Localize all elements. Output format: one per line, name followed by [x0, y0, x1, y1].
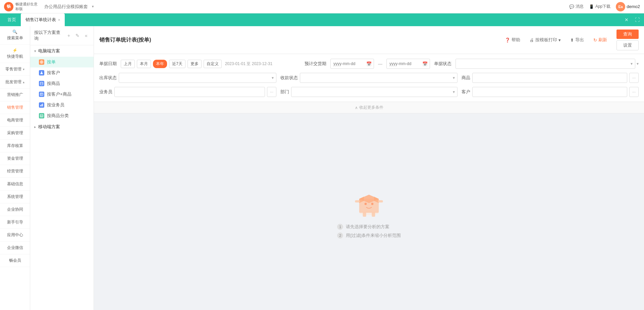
- collapse-panel-btn[interactable]: «: [83, 32, 90, 39]
- sidebar-item-enterprise[interactable]: 企业协同: [0, 203, 30, 216]
- salesman-label: 业务员: [99, 89, 112, 95]
- sidebar-item-newbie[interactable]: 新手引导: [0, 216, 30, 229]
- empty-state: 1 请先选择要分析的方案 2 用[过滤]条件来缩小分析范围: [94, 113, 644, 310]
- newbie-label: 新手引导: [7, 219, 23, 225]
- tip-text-1: 请先选择要分析的方案: [346, 224, 389, 230]
- sidebar-item-finance[interactable]: 资金管理: [0, 152, 30, 165]
- delivery-date-end[interactable]: [386, 59, 430, 69]
- sidebar-item-wholesale[interactable]: 批发管理 ▴: [0, 76, 30, 89]
- sidebar-item-sales[interactable]: 销售管理: [0, 101, 30, 114]
- bill-status-select[interactable]: [455, 59, 635, 69]
- delivery-date-start[interactable]: [330, 59, 374, 69]
- message-action[interactable]: 💬 消息: [569, 4, 584, 9]
- scheme-label-按单: 按单: [47, 59, 56, 65]
- mobile-group-header[interactable]: ▸ 移动端方案: [30, 121, 94, 133]
- scheme-icon-按客户: [39, 70, 44, 75]
- header-right: 💬 消息 📱 App下载 Ea demo2: [569, 2, 640, 11]
- date-btn-more[interactable]: 更多: [187, 60, 202, 68]
- operations-label: 经营管理: [7, 168, 23, 174]
- tab-active[interactable]: 销售订单统计表 ×: [21, 13, 65, 26]
- date-btn-custom[interactable]: 自定义: [204, 60, 222, 68]
- filter-row-3: 业务员 ··· 部门 客户: [99, 87, 639, 97]
- refresh-btn[interactable]: ↻ 刷新: [591, 36, 610, 44]
- print-label: 按模板打印: [535, 37, 557, 43]
- customer-input[interactable]: [472, 87, 627, 97]
- refresh-label: 刷新: [598, 37, 607, 43]
- delivery-status-select[interactable]: [119, 73, 276, 83]
- scheme-item-按商品分类[interactable]: 按商品分类: [30, 110, 94, 121]
- sidebar-item-appstore[interactable]: 应用中心: [0, 229, 30, 242]
- svg-rect-22: [363, 212, 366, 217]
- main-layout: 🔍 搜索菜单 ⚡ 快捷导航 零售管理 ▾ 批发管理 ▴ 营销推广 销售管理 电商…: [0, 26, 644, 310]
- header-dropdown-icon[interactable]: ▾: [92, 4, 94, 9]
- bill-date-label: 单据日期: [99, 61, 117, 67]
- empty-illustration: [352, 185, 386, 218]
- sidebar-item-operations[interactable]: 经营管理: [0, 165, 30, 178]
- app-download-action[interactable]: 📱 App下载: [589, 4, 610, 9]
- scheme-icon-按业务员: [39, 102, 44, 108]
- settings-btn[interactable]: 设置: [616, 40, 639, 50]
- scheme-item-按商品[interactable]: 按商品: [30, 78, 94, 89]
- scheme-label-按业务员: 按业务员: [47, 102, 64, 108]
- tab-home[interactable]: 首页: [3, 13, 21, 26]
- department-select[interactable]: [291, 87, 458, 97]
- edit-scheme-btn[interactable]: ✎: [74, 32, 81, 39]
- svg-rect-11: [40, 114, 43, 117]
- query-btn[interactable]: 查询: [616, 30, 639, 39]
- sidebar-search[interactable]: 🔍 搜索菜单: [0, 26, 30, 45]
- user-area[interactable]: Ea demo2: [616, 2, 640, 11]
- sidebar-item-basic[interactable]: 基础信息: [0, 178, 30, 191]
- payment-status-select[interactable]: [300, 73, 458, 83]
- salesman-ellipsis-btn[interactable]: ···: [267, 87, 276, 97]
- close-window-btn[interactable]: ✕: [623, 16, 631, 24]
- active-tab-label: 销售订单统计表: [25, 17, 56, 23]
- scheme-list: ▾ 电脑端方案 按单 按客户: [30, 45, 94, 310]
- scheme-item-按业务员[interactable]: 按业务员: [30, 100, 94, 110]
- delivery-date-start-wrapper: 📅: [330, 59, 374, 69]
- collapse-bar[interactable]: ∧ 收起更多条件: [94, 102, 644, 113]
- salesman-input[interactable]: [114, 87, 265, 97]
- scheme-icon-按商品: [39, 81, 44, 86]
- scheme-item-按单[interactable]: 按单: [30, 57, 94, 67]
- pc-group-label: 电脑端方案: [38, 48, 60, 54]
- goods-input[interactable]: [472, 73, 627, 83]
- page-title: 销售订单统计表(按单): [99, 37, 151, 44]
- scheme-icon-按单: [39, 59, 44, 65]
- svg-rect-25: [378, 200, 383, 203]
- help-btn[interactable]: ❓ 帮助: [502, 36, 523, 44]
- filter-row-1: 单据日期 上月 本月 本年 近7天 更多 自定义 2023-01-01 至 20…: [99, 59, 639, 69]
- wholesale-label: 批发管理: [5, 79, 21, 85]
- right-content: 销售订单统计表(按单) ❓ 帮助 🖨 按模板打印 ▾ ⬆ 导出: [94, 26, 644, 310]
- tab-close-icon[interactable]: ×: [58, 18, 60, 22]
- pc-group-header[interactable]: ▾ 电脑端方案: [30, 45, 94, 57]
- sidebar-item-purchase[interactable]: 采购管理: [0, 127, 30, 140]
- svg-rect-10: [42, 104, 43, 106]
- wholesale-arrow: ▴: [23, 80, 24, 84]
- sidebar-item-system[interactable]: 系统管理: [0, 191, 30, 203]
- sidebar-item-marketing[interactable]: 营销推广: [0, 89, 30, 101]
- expand-window-btn[interactable]: ⛶: [633, 16, 641, 24]
- add-scheme-btn[interactable]: +: [65, 32, 72, 39]
- customer-block: 客户 ···: [462, 87, 639, 97]
- print-btn[interactable]: 🖨 按模板打印 ▾: [527, 36, 564, 44]
- scheme-item-按客户[interactable]: 按客户: [30, 67, 94, 78]
- date-btn-7days[interactable]: 近7天: [169, 60, 185, 68]
- print-dropdown-icon[interactable]: ▾: [558, 38, 561, 43]
- sidebar-item-inventory[interactable]: 库存核算: [0, 140, 30, 152]
- sidebar-item-wechat[interactable]: 企业微信: [0, 242, 30, 254]
- goods-ellipsis-btn[interactable]: ···: [629, 73, 639, 83]
- sidebar-item-ecommerce[interactable]: 电商管理: [0, 114, 30, 127]
- date-btn-last-month[interactable]: 上月: [121, 60, 135, 68]
- logo-text: 畅捷通好生意 标版: [15, 2, 38, 11]
- export-btn[interactable]: ⬆ 导出: [568, 36, 587, 44]
- scheme-item-按客户商品[interactable]: 按客户+商品: [30, 89, 94, 100]
- sidebar-quick-nav[interactable]: ⚡ 快捷导航: [0, 45, 30, 63]
- export-label: 导出: [575, 37, 584, 43]
- svg-point-1: [41, 61, 42, 63]
- sidebar-item-retail[interactable]: 零售管理 ▾: [0, 63, 30, 76]
- customer-ellipsis-btn[interactable]: ···: [629, 87, 639, 97]
- date-btn-this-month[interactable]: 本月: [137, 60, 151, 68]
- sidebar-item-member[interactable]: 畅会员: [0, 254, 30, 267]
- date-btn-this-year[interactable]: 本年: [153, 60, 167, 68]
- svg-point-21: [371, 203, 374, 205]
